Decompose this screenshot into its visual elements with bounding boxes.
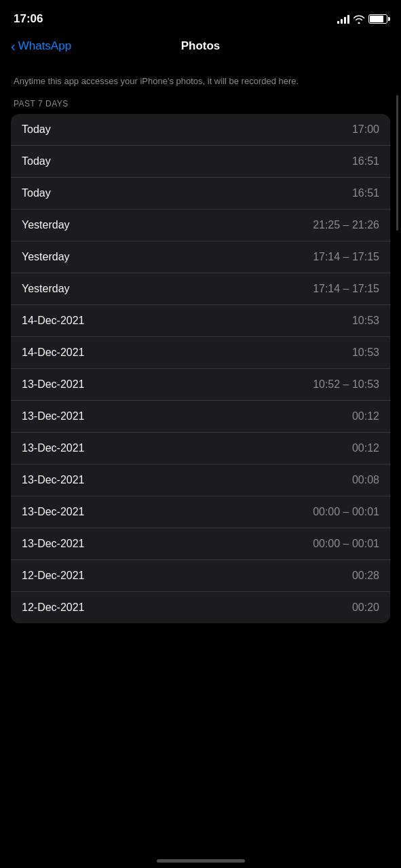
- row-date: 14-Dec-2021: [22, 315, 85, 327]
- table-row: 13-Dec-202100:00 – 00:01: [11, 528, 390, 560]
- row-time: 10:52 – 10:53: [313, 378, 379, 391]
- row-time: 00:20: [352, 601, 379, 614]
- nav-header: ‹ WhatsApp Photos: [0, 34, 401, 64]
- row-date: Today: [22, 187, 51, 199]
- table-row: Today16:51: [11, 146, 390, 178]
- row-time: 17:00: [352, 123, 379, 136]
- row-date: 13-Dec-2021: [22, 378, 85, 391]
- back-chevron-icon: ‹: [11, 39, 16, 53]
- home-indicator: [157, 859, 245, 863]
- row-date: 12-Dec-2021: [22, 601, 85, 614]
- back-label: WhatsApp: [18, 39, 71, 53]
- row-date: Today: [22, 123, 51, 136]
- row-time: 10:53: [352, 347, 379, 359]
- row-time: 00:12: [352, 442, 379, 454]
- row-date: 13-Dec-2021: [22, 442, 85, 454]
- table-row: Yesterday21:25 – 21:26: [11, 210, 390, 241]
- description-text: Anytime this app accesses your iPhone's …: [0, 64, 401, 96]
- access-log-table: Today17:00Today16:51Today16:51Yesterday2…: [11, 114, 390, 623]
- row-time: 00:12: [352, 410, 379, 422]
- row-date: 13-Dec-2021: [22, 538, 85, 550]
- table-row: 14-Dec-202110:53: [11, 337, 390, 369]
- table-row: 13-Dec-202100:12: [11, 401, 390, 433]
- section-header: PAST 7 DAYS: [0, 96, 401, 114]
- row-time: 21:25 – 21:26: [313, 219, 379, 231]
- row-time: 00:08: [352, 474, 379, 486]
- signal-bars-icon: [337, 14, 349, 24]
- row-time: 17:14 – 17:15: [313, 283, 379, 295]
- back-button[interactable]: ‹ WhatsApp: [11, 39, 71, 53]
- row-time: 00:00 – 00:01: [313, 506, 379, 518]
- table-row: 13-Dec-202100:00 – 00:01: [11, 496, 390, 528]
- scrollbar[interactable]: [396, 95, 398, 231]
- row-time: 17:14 – 17:15: [313, 251, 379, 263]
- table-row: Yesterday17:14 – 17:15: [11, 241, 390, 273]
- row-time: 00:00 – 00:01: [313, 538, 379, 550]
- status-bar: 17:06: [0, 0, 401, 34]
- row-date: Today: [22, 155, 51, 167]
- status-time: 17:06: [14, 12, 43, 26]
- row-time: 00:28: [352, 570, 379, 582]
- row-date: Yesterday: [22, 219, 70, 231]
- row-date: 13-Dec-2021: [22, 506, 85, 518]
- page-title: Photos: [181, 39, 221, 53]
- row-date: Yesterday: [22, 283, 70, 295]
- table-row: Today17:00: [11, 114, 390, 146]
- table-row: 12-Dec-202100:20: [11, 592, 390, 623]
- table-row: Yesterday17:14 – 17:15: [11, 273, 390, 305]
- battery-icon: [368, 14, 387, 24]
- row-date: 12-Dec-2021: [22, 570, 85, 582]
- table-row: Today16:51: [11, 178, 390, 210]
- row-date: 13-Dec-2021: [22, 474, 85, 486]
- status-icons: [337, 14, 387, 24]
- wifi-icon: [354, 15, 364, 24]
- table-row: 12-Dec-202100:28: [11, 560, 390, 592]
- row-time: 16:51: [352, 155, 379, 167]
- table-row: 14-Dec-202110:53: [11, 305, 390, 337]
- table-row: 13-Dec-202110:52 – 10:53: [11, 369, 390, 401]
- row-date: Yesterday: [22, 251, 70, 263]
- row-time: 10:53: [352, 315, 379, 327]
- row-time: 16:51: [352, 187, 379, 199]
- row-date: 13-Dec-2021: [22, 410, 85, 422]
- row-date: 14-Dec-2021: [22, 347, 85, 359]
- table-row: 13-Dec-202100:12: [11, 433, 390, 465]
- battery-fill: [370, 16, 383, 22]
- table-row: 13-Dec-202100:08: [11, 465, 390, 496]
